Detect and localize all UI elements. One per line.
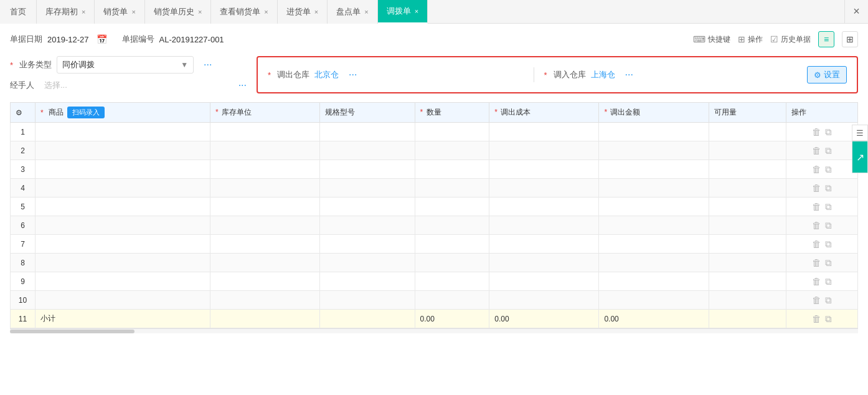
spec-cell-6[interactable]: [320, 216, 415, 235]
tab-sales-order-close[interactable]: ×: [131, 8, 135, 16]
tab-inventory-init[interactable]: 库存期初 ×: [37, 0, 95, 24]
tab-sales-order[interactable]: 销货单 ×: [95, 0, 144, 24]
amount-cell-1[interactable]: [599, 123, 709, 141]
out-warehouse-more[interactable]: ···: [349, 69, 357, 80]
product-cell-7[interactable]: [35, 235, 210, 254]
tab-view-sales[interactable]: 查看销货单 ×: [211, 0, 277, 24]
copy-icon-3[interactable]: ⧉: [825, 164, 832, 175]
spec-cell-2[interactable]: [320, 141, 415, 160]
qty-cell-9[interactable]: [415, 272, 489, 291]
tab-inventory-init-close[interactable]: ×: [82, 8, 85, 16]
delete-icon-6[interactable]: 🗑: [812, 220, 821, 231]
spec-cell-7[interactable]: [320, 235, 415, 254]
qty-cell-7[interactable]: [415, 235, 489, 254]
copy-icon-11[interactable]: ⧉: [825, 313, 832, 325]
delete-icon-2[interactable]: 🗑: [812, 145, 821, 156]
amount-cell-9[interactable]: [599, 272, 709, 291]
unit-cell-9[interactable]: [210, 272, 319, 291]
cost-cell-3[interactable]: [489, 160, 599, 179]
qty-cell-3[interactable]: [415, 160, 489, 179]
spec-cell-5[interactable]: [320, 198, 415, 216]
cost-cell-9[interactable]: [489, 272, 599, 291]
qty-cell-8[interactable]: [415, 254, 489, 272]
spec-cell-10[interactable]: [320, 291, 415, 310]
cost-cell-4[interactable]: [489, 179, 599, 198]
cost-cell-5[interactable]: [489, 198, 599, 216]
amount-cell-2[interactable]: [599, 141, 709, 160]
person-select[interactable]: 选择...: [44, 80, 67, 91]
tab-sales-history[interactable]: 销货单历史 ×: [145, 0, 211, 24]
copy-icon-5[interactable]: ⧉: [825, 201, 832, 212]
qty-cell-5[interactable]: [415, 198, 489, 216]
delete-icon-9[interactable]: 🗑: [812, 276, 821, 287]
person-more[interactable]: ···: [238, 80, 247, 91]
tab-home[interactable]: 首页: [0, 0, 37, 24]
tab-purchase-order[interactable]: 进货单 ×: [278, 0, 328, 24]
copy-icon-7[interactable]: ⧉: [825, 239, 832, 250]
unit-cell-1[interactable]: [210, 123, 319, 141]
product-cell-9[interactable]: [35, 272, 210, 291]
in-warehouse-value[interactable]: 上海仓: [591, 69, 615, 80]
amount-cell-4[interactable]: [599, 179, 709, 198]
tab-inventory-count-close[interactable]: ×: [364, 8, 368, 16]
spec-cell-8[interactable]: [320, 254, 415, 272]
spec-cell-1[interactable]: [320, 123, 415, 141]
shortcuts-button[interactable]: ⌨ 快捷键: [693, 34, 730, 45]
unit-cell-2[interactable]: [210, 141, 319, 160]
delete-icon-4[interactable]: 🗑: [812, 183, 821, 193]
tab-transfer-order[interactable]: 调拨单 ×: [378, 0, 428, 24]
amount-cell-8[interactable]: [599, 254, 709, 272]
window-close-button[interactable]: ×: [844, 0, 868, 24]
copy-icon-8[interactable]: ⧉: [825, 257, 832, 269]
scrollbar-thumb[interactable]: [10, 330, 134, 333]
copy-icon-6[interactable]: ⧉: [825, 220, 832, 231]
copy-icon-10[interactable]: ⧉: [825, 295, 832, 306]
amount-cell-10[interactable]: [599, 291, 709, 310]
history-button[interactable]: ☑ 历史单据: [770, 34, 811, 45]
product-cell-8[interactable]: [35, 254, 210, 272]
cost-cell-7[interactable]: [489, 235, 599, 254]
list-view-button[interactable]: ≡: [818, 31, 834, 47]
cost-cell-1[interactable]: [489, 123, 599, 141]
delete-icon-11[interactable]: 🗑: [812, 313, 821, 324]
cost-cell-8[interactable]: [489, 254, 599, 272]
product-cell-6[interactable]: [35, 216, 210, 235]
qty-cell-6[interactable]: [415, 216, 489, 235]
out-warehouse-value[interactable]: 北京仓: [314, 69, 339, 80]
delete-icon-3[interactable]: 🗑: [812, 164, 821, 174]
product-cell-10[interactable]: [35, 291, 210, 310]
amount-cell-7[interactable]: [599, 235, 709, 254]
operations-button[interactable]: ⊞ 操作: [738, 34, 763, 45]
unit-cell-7[interactable]: [210, 235, 319, 254]
th-gear[interactable]: ⚙: [11, 103, 35, 123]
business-type-more[interactable]: ···: [204, 59, 212, 70]
product-cell-1[interactable]: [35, 123, 210, 141]
cost-cell-10[interactable]: [489, 291, 599, 310]
settings-button[interactable]: ⚙ 设置: [807, 66, 847, 83]
amount-cell-3[interactable]: [599, 160, 709, 179]
amount-cell-5[interactable]: [599, 198, 709, 216]
tab-view-sales-close[interactable]: ×: [264, 8, 268, 16]
unit-cell-5[interactable]: [210, 198, 319, 216]
copy-icon-1[interactable]: ⧉: [825, 126, 832, 138]
delete-icon-10[interactable]: 🗑: [812, 295, 821, 305]
tab-transfer-order-close[interactable]: ×: [415, 7, 418, 15]
qty-cell-4[interactable]: [415, 179, 489, 198]
spec-cell-4[interactable]: [320, 179, 415, 198]
delete-icon-8[interactable]: 🗑: [812, 257, 821, 268]
tab-purchase-order-close[interactable]: ×: [314, 8, 318, 16]
calendar-icon[interactable]: 📅: [97, 34, 107, 44]
tab-inventory-count[interactable]: 盘点单 ×: [328, 0, 377, 24]
product-cell-2[interactable]: [35, 141, 210, 160]
scan-button[interactable]: 扫码录入: [67, 107, 105, 118]
copy-icon-4[interactable]: ⧉: [825, 183, 832, 194]
delete-icon-7[interactable]: 🗑: [812, 239, 821, 249]
qty-cell-10[interactable]: [415, 291, 489, 310]
delete-icon-1[interactable]: 🗑: [812, 126, 821, 137]
tab-sales-history-close[interactable]: ×: [198, 8, 202, 16]
unit-cell-6[interactable]: [210, 216, 319, 235]
unit-cell-8[interactable]: [210, 254, 319, 272]
amount-cell-6[interactable]: [599, 216, 709, 235]
spec-cell-9[interactable]: [320, 272, 415, 291]
copy-icon-2[interactable]: ⧉: [825, 145, 832, 156]
